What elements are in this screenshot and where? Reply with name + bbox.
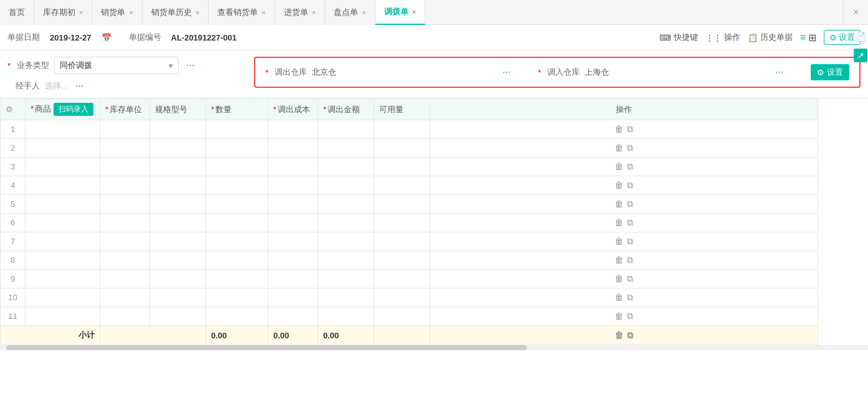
tab-sales-history[interactable]: 销货单历史 × [143,0,209,25]
cell-2[interactable] [150,139,206,158]
agent-more-button[interactable]: ··· [73,80,86,92]
cell-6[interactable] [374,307,430,326]
tab-purchase-order-close[interactable]: × [312,9,316,16]
cell-0[interactable] [26,195,100,214]
cell-1[interactable] [100,158,150,176]
copy-icon[interactable]: ⧉ [627,311,633,321]
cell-6[interactable] [374,251,430,270]
cell-5[interactable] [318,195,374,214]
tab-purchase-order[interactable]: 进货单 × [275,0,325,25]
cell-6[interactable] [374,288,430,307]
delete-icon[interactable]: 🗑 [615,255,623,265]
copy-icon[interactable]: ⧉ [627,255,633,265]
cell-6[interactable] [374,270,430,288]
cell-0[interactable] [26,270,100,288]
cell-2[interactable] [150,214,206,232]
tab-transfer-order-close[interactable]: × [412,8,416,16]
cell-4[interactable] [268,139,318,158]
cell-4[interactable] [268,232,318,251]
calendar-icon[interactable]: 📅 [101,33,111,42]
cell-4[interactable] [268,251,318,270]
delete-icon[interactable]: 🗑 [615,180,623,191]
cell-5[interactable] [318,176,374,195]
cell-0[interactable] [26,288,100,307]
operations-button[interactable]: ⋮⋮ 操作 [705,32,740,43]
history-button[interactable]: 📋 历史单据 [748,32,793,43]
cell-3[interactable] [206,214,268,232]
cell-0[interactable] [26,158,100,176]
cell-1[interactable] [100,195,150,214]
scroll-thumb[interactable] [6,345,527,350]
business-type-select[interactable]: 同价调拨 ▾ [54,57,179,74]
cell-4[interactable] [268,158,318,176]
copy-icon[interactable]: ⧉ [627,274,633,284]
cell-0[interactable] [26,120,100,139]
cell-2[interactable] [150,307,206,326]
business-type-more-button[interactable]: ··· [184,60,197,71]
cell-1[interactable] [100,270,150,288]
copy-icon[interactable]: ⧉ [627,124,633,135]
close-window-button[interactable]: × [843,0,868,25]
cell-4[interactable] [268,270,318,288]
cell-4[interactable] [268,214,318,232]
cell-0[interactable] [26,139,100,158]
sidebar-document-icon[interactable]: 📄 [854,30,867,44]
shortcuts-button[interactable]: ⌨ 快捷键 [659,32,698,43]
cell-3[interactable] [206,251,268,270]
cell-5[interactable] [318,139,374,158]
cell-0[interactable] [26,251,100,270]
layout-list-icon[interactable]: ≡ [800,32,806,44]
cell-3[interactable] [206,195,268,214]
cell-0[interactable] [26,232,100,251]
cell-3[interactable] [206,232,268,251]
cell-2[interactable] [150,176,206,195]
cell-1[interactable] [100,307,150,326]
cell-3[interactable] [206,288,268,307]
agent-select[interactable]: 选择... [45,80,68,92]
cell-3[interactable] [206,139,268,158]
cell-5[interactable] [318,232,374,251]
copy-icon[interactable]: ⧉ [627,161,633,172]
cell-4[interactable] [268,307,318,326]
cell-2[interactable] [150,232,206,251]
cell-5[interactable] [318,120,374,139]
cell-3[interactable] [206,120,268,139]
cell-6[interactable] [374,139,430,158]
cell-5[interactable] [318,158,374,176]
sidebar-expand-icon[interactable]: ↗ [854,49,867,62]
table-settings-icon[interactable]: ⚙ [6,105,13,114]
copy-icon[interactable]: ⧉ [627,236,633,247]
tab-sales-order[interactable]: 销货单 × [92,0,142,25]
cell-3[interactable] [206,158,268,176]
delete-icon[interactable]: 🗑 [615,236,623,247]
cell-3[interactable] [206,176,268,195]
cell-1[interactable] [100,251,150,270]
cell-3[interactable] [206,270,268,288]
delete-icon[interactable]: 🗑 [615,292,623,303]
cell-2[interactable] [150,270,206,288]
cell-6[interactable] [374,120,430,139]
cell-2[interactable] [150,195,206,214]
warehouse-in-more-button[interactable]: ··· [773,67,786,78]
warehouse-out-more-button[interactable]: ··· [500,67,513,78]
cell-0[interactable] [26,214,100,232]
tab-inventory-init-close[interactable]: × [79,9,83,16]
delete-icon[interactable]: 🗑 [615,311,623,321]
copy-icon[interactable]: ⧉ [627,292,633,303]
delete-icon[interactable]: 🗑 [615,199,623,209]
copy-icon[interactable]: ⧉ [627,217,633,228]
cell-4[interactable] [268,176,318,195]
tab-transfer-order[interactable]: 调拨单 × [375,0,425,25]
cell-3[interactable] [206,307,268,326]
cell-6[interactable] [374,195,430,214]
cell-1[interactable] [100,120,150,139]
cell-5[interactable] [318,251,374,270]
cell-5[interactable] [318,288,374,307]
cell-2[interactable] [150,158,206,176]
delete-icon[interactable]: 🗑 [615,143,623,153]
cell-2[interactable] [150,251,206,270]
tab-inventory-count[interactable]: 盘点单 × [325,0,375,25]
cell-0[interactable] [26,176,100,195]
cell-5[interactable] [318,307,374,326]
delete-icon[interactable]: 🗑 [615,124,623,135]
